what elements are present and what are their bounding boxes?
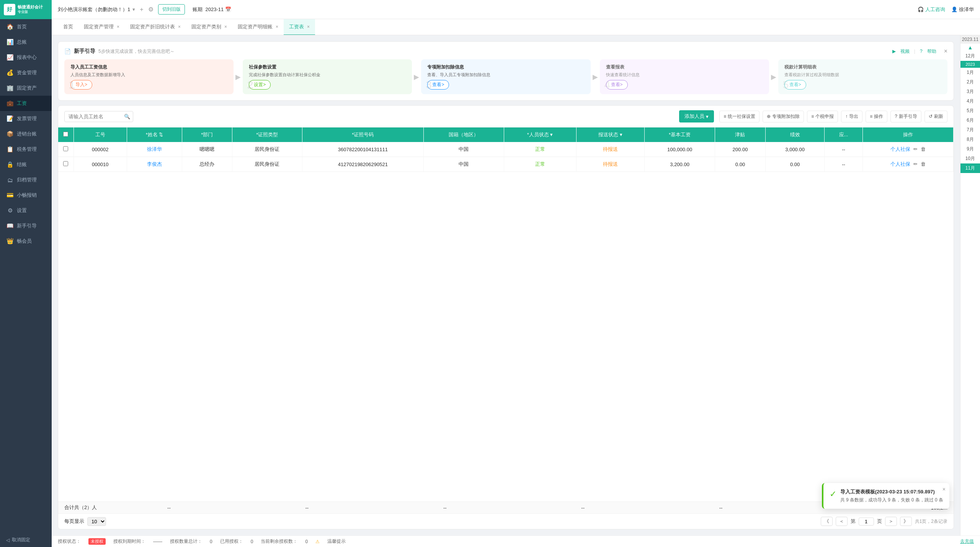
action-tax-button[interactable]: ≡个税申报 [807,111,838,122]
step-title-2: 社保参数设置 [249,64,406,70]
app-logo: 好 畅捷通好会计 专业版 [0,0,52,19]
action-social-button[interactable]: ≡统一社保设置 [719,111,760,122]
account-selector[interactable]: 刘小艳演示账套（勿删勿动！）1 ▾ [58,6,135,13]
last-page-button[interactable]: 》 [900,517,912,526]
guide-video-link[interactable]: 视频 [900,48,910,55]
col-status: *人员状态 ▾ [504,127,576,142]
calendar-up-button[interactable]: ▲ [960,44,980,51]
action-deduction-button[interactable]: ⊕专项附加扣除 [763,111,804,122]
total-pages-info: 共1页，2条记录 [915,518,947,525]
table-row: 000002徐泽华嗯嗯嗯居民身份证360782200104131111中国正常待… [58,142,954,157]
action-guide-button[interactable]: ?新手引导 [890,111,921,122]
calendar-month-6[interactable]: 6月 [960,116,980,125]
sidebar-item-ledger[interactable]: 📊 总账 [0,34,52,50]
sidebar-item-archive[interactable]: 🗂 归档管理 [0,172,52,188]
calendar-month-9[interactable]: 9月 [960,144,980,154]
first-page-button[interactable]: 《 [821,517,833,526]
tab-close-payroll[interactable]: × [307,24,310,29]
guide-label: 新手引导 [899,113,917,120]
calendar-month-5[interactable]: 5月 [960,106,980,116]
sidebar-item-close[interactable]: 🔒 结账 [0,157,52,172]
calendar-month-1[interactable]: 1月 [960,68,980,77]
row-checkbox-0[interactable] [63,146,68,151]
next-page-button[interactable]: ＞ [885,517,897,526]
settings-icon[interactable]: ⚙ [148,6,154,13]
tab-close-fixed-assets[interactable]: × [117,24,119,29]
period-selector[interactable]: 账期 2023-11 📅 [193,6,232,13]
tab-fixed-detail[interactable]: 固定资产明细账 × [232,19,284,35]
user-profile-button[interactable]: 👤 徐泽华 [951,6,974,13]
sidebar-item-expense[interactable]: 📝 发票管理 [0,111,52,126]
add-account-icon[interactable]: + [140,6,143,13]
step-title-1: 导入员工工资信息 [70,64,227,70]
toolbar-actions: ≡统一社保设置⊕专项附加扣除≡个税申报↑导出≡操作?新手引导↺刷新 [719,111,947,122]
action-export-button[interactable]: ↑导出 [841,111,862,122]
calendar-month-11[interactable]: 11月 [960,163,980,173]
period-label: 账期 [193,6,203,13]
guide-title-text: 新手引导 [74,48,95,55]
emp-name-link-1[interactable]: 李俊杰 [147,161,162,167]
tab-depreciation[interactable]: 固定资产折旧统计表 × [125,19,186,35]
guide-close-btn[interactable]: × [944,48,947,55]
calendar-month-10[interactable]: 10月 [960,154,980,163]
action-delete-1[interactable]: 🗑 [921,161,926,167]
sidebar-item-tax[interactable]: 📋 税务管理 [0,142,52,157]
calendar-month-2[interactable]: 2月 [960,77,980,87]
action-edit-0[interactable]: ✏ [913,146,918,152]
calendar-month-3[interactable]: 3月 [960,87,980,96]
sidebar-item-reports[interactable]: 📈 报表中心 [0,50,52,65]
action-refresh-button[interactable]: ↺刷新 [924,111,947,122]
calendar-month-12[interactable]: 12月 [960,51,980,61]
tax-icon: 📋 [6,146,14,153]
page-number-input[interactable] [859,518,874,526]
tab-fixed-assets[interactable]: 固定资产管理 × [78,19,125,35]
tab-fixed-type[interactable]: 固定资产类别 × [186,19,232,35]
auth-status-badge: 未授权 [88,538,106,545]
action-operation-button[interactable]: ≡操作 [866,111,887,122]
tab-close-depreciation[interactable]: × [178,24,181,29]
recharge-link[interactable]: 去充值 [960,538,974,545]
sidebar-item-new-guide[interactable]: 📖 新手引导 [0,218,52,233]
guide-help-link[interactable]: 帮助 [927,48,936,55]
sidebar-item-home[interactable]: 🏠 首页 [0,19,52,34]
sidebar-item-purchase-sale[interactable]: 📦 进销台账 [0,126,52,142]
calendar-month-4[interactable]: 4月 [960,96,980,106]
sidebar-item-settings[interactable]: ⚙ 设置 [0,203,52,218]
emp-name-link-0[interactable]: 徐泽华 [147,146,162,152]
search-input[interactable] [64,111,133,122]
page-unit: 页 [877,518,882,525]
toast-close-button[interactable]: × [942,486,946,492]
toast-notification: × ✓ 导入工资表模板(2023-03-23 15:07:59.897) 共 9… [822,483,949,509]
action-delete-0[interactable]: 🗑 [921,146,926,152]
export-label: 导出 [849,113,858,120]
prev-page-button[interactable]: ＜ [836,517,848,526]
unpin-label: 取消固定 [12,537,30,543]
warning-label: 温馨提示 [327,538,346,545]
calendar-month-8[interactable]: 8月 [960,135,980,144]
sidebar-item-fixed-assets[interactable]: 🏢 固定资产 [0,80,52,96]
row-checkbox-1[interactable] [63,161,68,166]
action-social-0[interactable]: 个人社保 [890,146,910,152]
per-page-select[interactable]: 10 20 50 [87,517,106,526]
tab-home[interactable]: 首页 [58,19,78,35]
switch-version-button[interactable]: 切到旧版 [158,4,185,15]
sidebar-item-reimbursement[interactable]: 💳 小畅报销 [0,188,52,203]
sidebar-item-member[interactable]: 👑 畅会员 [0,233,52,249]
tab-close-fixed-type[interactable]: × [224,24,227,29]
action-social-1[interactable]: 个人社保 [890,161,910,167]
action-edit-1[interactable]: ✏ [913,161,918,167]
sidebar-item-cash[interactable]: 💰 资金管理 [0,65,52,80]
customer-service-button[interactable]: 🎧 人工咨询 [918,6,945,13]
unpin-button[interactable]: ◁ 取消固定 [0,533,52,547]
tab-payroll[interactable]: 工资表 × [284,19,315,35]
sidebar-item-payroll[interactable]: 💼 工资 [0,96,52,111]
guide-links: ▶ 视频 | ? 帮助 × [892,48,947,55]
col-dept: *部门 [182,127,232,142]
select-all-checkbox[interactable] [63,132,68,137]
add-person-button[interactable]: 添加人员 ▾ [679,110,714,122]
search-icon[interactable]: 🔍 [124,114,130,119]
tab-close-fixed-detail[interactable]: × [276,24,278,29]
col-check[interactable] [58,127,74,142]
calendar-month-7[interactable]: 7月 [960,125,980,135]
close-icon: 🔒 [6,161,14,168]
